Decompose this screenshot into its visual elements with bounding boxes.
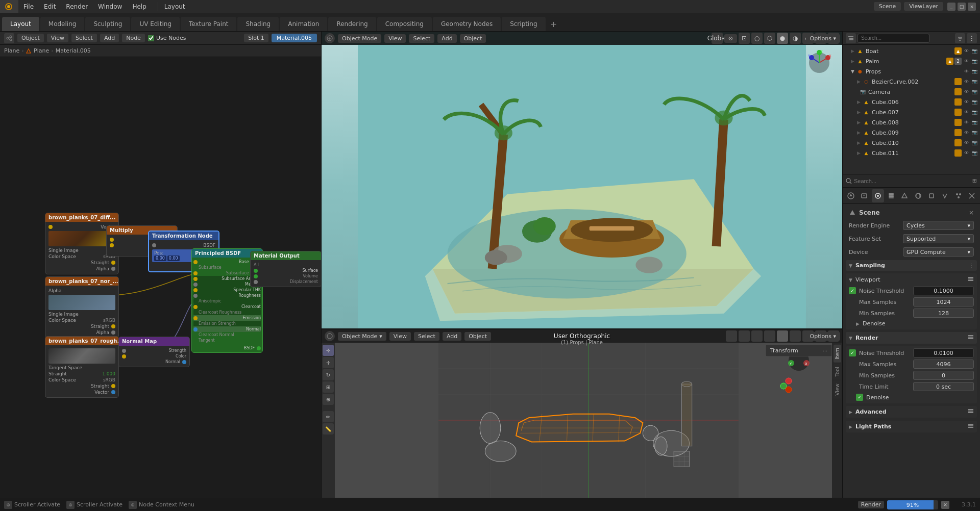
orientation-btn-bottom[interactable]: [726, 330, 737, 342]
prop-tab-output[interactable]: [858, 189, 870, 202]
rotate-tool[interactable]: ↻: [323, 369, 334, 380]
outliner-item-boat[interactable]: ▶ ▲ Boat ▲ 👁 📷: [843, 46, 980, 56]
cube006-vis-icon[interactable]: 👁: [963, 98, 970, 106]
tab-sculpting[interactable]: Sculpting: [85, 17, 130, 31]
props-render-icon[interactable]: 📷: [971, 68, 978, 75]
minimize-btn[interactable]: _: [947, 3, 955, 11]
render-engine-select[interactable]: Cycles ▾: [903, 221, 974, 230]
render-menu[interactable]: Render: [61, 0, 93, 13]
window-menu[interactable]: Window: [93, 0, 127, 13]
scene-close-btn[interactable]: ×: [969, 209, 974, 216]
view-btn-node[interactable]: View: [47, 34, 68, 42]
cube009-render-icon[interactable]: 📷: [971, 129, 978, 136]
tab-modeling[interactable]: Modeling: [40, 17, 85, 31]
denoise-vp-row[interactable]: ▶ Denoise: [846, 319, 977, 328]
cube009-vis-icon[interactable]: 👁: [963, 129, 970, 136]
options-top-btn[interactable]: Options ▾: [806, 34, 840, 43]
bezier-vis-icon[interactable]: 👁: [963, 78, 970, 85]
transform-panel-header[interactable]: Transform ⋯: [766, 345, 831, 356]
mode-selector-bottom[interactable]: Object Mode▾: [338, 332, 386, 341]
outliner-item-cube011[interactable]: ▶ ▲ Cube.011 👁 📷: [843, 148, 980, 158]
object-btn-top[interactable]: Object: [460, 34, 486, 43]
viewport-bottom[interactable]: Object Mode▾ View Select Add Object: [322, 329, 842, 498]
node-img2[interactable]: brown_planks_07_nor_... Alpha Single Ima…: [45, 276, 119, 338]
sampling-section-header[interactable]: ▼ Sampling ⋮: [846, 260, 977, 271]
time-limit-field[interactable]: 0 sec: [913, 382, 974, 391]
side-tab-tool[interactable]: Tool: [834, 364, 841, 379]
tab-animation[interactable]: Animation: [280, 17, 327, 31]
select-btn-top[interactable]: Select: [409, 34, 434, 43]
tab-geometry-nodes[interactable]: Geometry Nodes: [433, 17, 501, 31]
select-btn-node[interactable]: Select: [71, 34, 97, 42]
outliner-item-props[interactable]: ▼ ● Props 👁 📷: [843, 66, 980, 76]
outliner-item-cube010[interactable]: ▶ ▲ Cube.010 👁 📷: [843, 138, 980, 148]
boat-visibility-icon[interactable]: 👁: [963, 47, 970, 55]
max-samples-render-field[interactable]: 4096: [913, 360, 974, 369]
cube008-render-icon[interactable]: 📷: [971, 119, 978, 126]
cube010-vis-icon[interactable]: 👁: [963, 139, 970, 146]
prop-tab-object[interactable]: [925, 189, 938, 202]
camera-render-icon[interactable]: 📷: [971, 88, 978, 95]
measure-tool[interactable]: 📏: [323, 423, 334, 435]
cube006-render-icon[interactable]: 📷: [971, 98, 978, 106]
transform-gizmo[interactable]: [776, 373, 796, 395]
cursor-tool[interactable]: ✛: [323, 345, 334, 356]
denoise-render-checkbox[interactable]: ✓: [856, 394, 863, 401]
node-material-output[interactable]: Material Output All Surface Volume Displ…: [250, 251, 321, 287]
advanced-section-header[interactable]: ▶ Advanced: [846, 406, 977, 418]
prop-tab-world[interactable]: [912, 189, 924, 202]
prop-tab-physics[interactable]: [966, 189, 978, 202]
prop-tab-scene[interactable]: [845, 189, 857, 202]
device-select[interactable]: GPU Compute ▾: [903, 247, 974, 257]
boat-render-icon[interactable]: 📷: [971, 47, 978, 55]
light-paths-section-header[interactable]: ▶ Light Paths: [846, 421, 977, 432]
cube010-render-icon[interactable]: 📷: [971, 139, 978, 146]
noise-threshold-vp-field[interactable]: 0.1000: [913, 286, 974, 295]
select-btn-bottom[interactable]: Select: [414, 332, 439, 341]
scale-tool[interactable]: ⊞: [323, 381, 334, 393]
props-visibility-icon[interactable]: 👁: [963, 68, 970, 75]
tab-texture-paint[interactable]: Texture Paint: [181, 17, 236, 31]
advanced-sub-menu[interactable]: [968, 408, 974, 416]
options-bottom-btn[interactable]: Options ▾: [806, 332, 840, 341]
editor-type-icon[interactable]: [4, 33, 14, 43]
object-btn-bottom[interactable]: Object: [464, 332, 491, 341]
breadcrumb-material[interactable]: Material.005: [56, 47, 91, 54]
render-section-header[interactable]: ▼ Render: [846, 332, 977, 344]
snap-btn-bottom[interactable]: [739, 330, 750, 342]
prop-tab-render[interactable]: [872, 189, 884, 202]
add-btn-bottom[interactable]: Add: [443, 332, 461, 341]
prop-tab-scene2[interactable]: [898, 189, 911, 202]
close-btn[interactable]: ×: [968, 3, 976, 11]
shading-m-btn-bottom[interactable]: [790, 330, 801, 342]
proportional-btn[interactable]: ○: [751, 33, 763, 44]
props-search-input[interactable]: [854, 178, 970, 184]
viewport-top[interactable]: Object Mode View Select Add Object Globa…: [322, 32, 842, 329]
help-menu[interactable]: Help: [127, 0, 151, 13]
axis-gizmo-top[interactable]: X Y Z: [806, 50, 832, 75]
cube007-vis-icon[interactable]: 👁: [963, 109, 970, 116]
edit-menu[interactable]: Edit: [39, 0, 61, 13]
annotate-tool[interactable]: ✏: [323, 411, 334, 422]
props-filter-btn[interactable]: ⊞: [972, 177, 977, 184]
tab-rendering[interactable]: Rendering: [328, 17, 376, 31]
cube011-vis-icon[interactable]: 👁: [963, 149, 970, 157]
tab-uv-editing[interactable]: UV Editing: [131, 17, 180, 31]
node-canvas[interactable]: brown_planks_07_diff... Vector Single Im…: [0, 57, 321, 498]
shading-lp-btn[interactable]: ◑: [790, 33, 801, 44]
outliner-search-input[interactable]: [857, 34, 929, 43]
render-cancel-btn[interactable]: ×: [941, 501, 949, 509]
node-normalmap[interactable]: Normal Map Strength Color Normal: [118, 337, 190, 367]
bezier-render-icon[interactable]: 📷: [971, 78, 978, 85]
max-samples-vp-field[interactable]: 1024: [913, 297, 974, 306]
material-selector[interactable]: Material.005: [272, 34, 317, 42]
move-tool[interactable]: ✛: [323, 357, 334, 368]
scene-selector[interactable]: Scene: [874, 2, 901, 11]
node-btn[interactable]: Node: [122, 34, 145, 42]
feature-set-select[interactable]: Supported ▾: [903, 234, 974, 243]
blender-menu[interactable]: [0, 0, 18, 13]
add-workspace-btn[interactable]: +: [547, 17, 561, 31]
shading-solid-btn[interactable]: ●: [777, 33, 788, 44]
cube007-render-icon[interactable]: 📷: [971, 109, 978, 116]
min-samples-vp-field[interactable]: 128: [913, 309, 974, 318]
